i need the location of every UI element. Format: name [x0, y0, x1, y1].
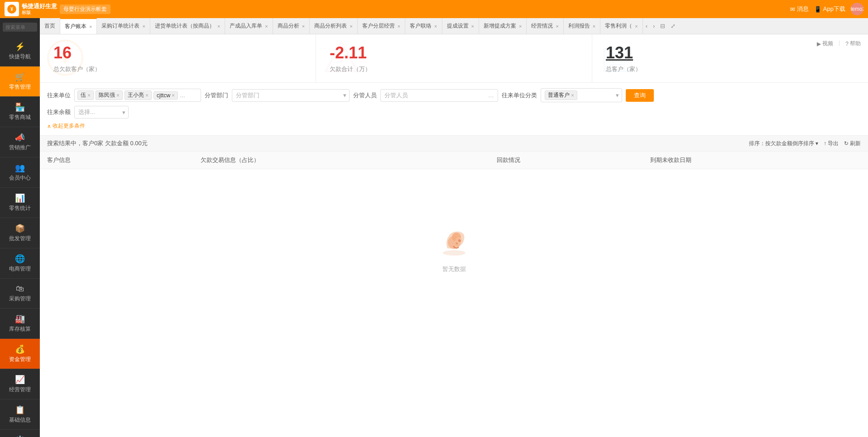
ecomm-icon: 🌐 [0, 254, 40, 264]
close-tab-profit-report[interactable]: × [593, 24, 595, 29]
sidebar-item-marketing[interactable]: 📣 营销推广 [0, 127, 40, 157]
table-header-row: 客户信息 欠款交易信息（占比） 回款情况 到期未收款日期 [40, 152, 868, 169]
search-input[interactable] [3, 23, 37, 32]
message-icon: ✉ [790, 6, 795, 13]
category-tag-normal[interactable]: 普通客户 × [545, 90, 577, 100]
app-download-btn[interactable]: 📱 App下载 [814, 5, 845, 13]
sidebar-item-retail-mgmt[interactable]: 🛒 零售管理 [0, 66, 40, 97]
tab-new-commission[interactable]: 新增提成方案 × [479, 18, 527, 34]
svg-text:¥: ¥ [10, 7, 13, 12]
tag-wu[interactable]: 伍 × [77, 90, 94, 100]
category-arrow-icon: ▾ [616, 92, 619, 99]
close-tab-customer-contact[interactable]: × [434, 24, 437, 29]
close-tab-goods-analysis-list[interactable]: × [350, 24, 352, 29]
close-tab-purchase-order[interactable]: × [142, 24, 145, 29]
help-icon: ? [845, 41, 849, 47]
unit-tag-input[interactable]: 伍 × 陈民强 × 王小亮 × [74, 89, 201, 102]
sidebar-item-retail-mall[interactable]: 🏪 零售商城 [0, 97, 40, 127]
sort-select[interactable]: 排序：按欠款金额倒序排序 ▾ [749, 140, 818, 147]
sidebar-item-ecomm[interactable]: 🌐 电商管理 [0, 248, 40, 279]
svg-point-14 [458, 239, 461, 242]
tab-goods-analysis[interactable]: 商品分析 × [273, 18, 310, 34]
stat-card-total-debt: ✦ -2.11 欠款合计（万） [316, 34, 592, 82]
close-tab-stock-stats[interactable]: × [217, 24, 220, 29]
tag-wang[interactable]: 王小亮 × [125, 90, 152, 100]
tab-purchase-order[interactable]: 采购订单统计表 × [97, 18, 150, 34]
tab-nav-more[interactable]: ⊟ [657, 23, 668, 29]
sidebar-item-retail-stats[interactable]: 📊 零售统计 [0, 188, 40, 218]
tag-cjttcw[interactable]: cjttcw × [153, 91, 178, 100]
close-tab-new-commission[interactable]: × [519, 24, 522, 29]
video-btn[interactable]: ▶ 视频 [817, 40, 833, 48]
collapse-btn[interactable]: ∧ 收起更多条件 [47, 122, 861, 130]
tab-nav-left[interactable]: ‹ [643, 23, 650, 29]
tab-customer-ledger[interactable]: 客户账本 × [60, 18, 97, 34]
remove-category-tag[interactable]: × [571, 92, 574, 99]
video-help-area: ▶ 视频 | ? 帮助 [817, 40, 861, 48]
logo-area: ¥ 畅捷通好生意 标版 [5, 2, 57, 16]
tab-retail-profit[interactable]: 零售利润（ × [600, 18, 643, 34]
message-btn[interactable]: ✉ 消息 [790, 5, 809, 13]
sidebar-item-sys[interactable]: ⚙️ 系统管理 [0, 430, 40, 437]
tab-nav-expand[interactable]: ⤢ [668, 23, 678, 29]
remove-tag-cjttcw[interactable]: × [172, 92, 175, 99]
unit-label: 往来单位 [47, 91, 71, 100]
tab-biz-situation[interactable]: 经营情况 × [527, 18, 563, 34]
sidebar-item-quick-nav[interactable]: ⚡ 快捷导航 [0, 36, 40, 66]
filter-row-1: 往来单位 伍 × 陈民强 × 王小亮 [47, 88, 861, 102]
remove-tag-wu[interactable]: × [87, 92, 91, 99]
category-label: 往来单位分类 [502, 91, 537, 100]
sort-arrow-icon: ▾ [815, 140, 818, 147]
help-btn[interactable]: ? 帮助 [845, 40, 861, 48]
quick-nav-icon: ⚡ [0, 42, 40, 52]
svg-rect-7 [609, 53, 615, 62]
empty-illustration [436, 223, 472, 260]
tab-inbound[interactable]: 产成品入库单 × [225, 18, 273, 34]
tab-home[interactable]: 首页 [40, 18, 60, 34]
close-tab-customer-tier[interactable]: × [398, 24, 400, 29]
top-right-area: ✉ 消息 📱 App下载 demo2 [790, 3, 863, 15]
marketing-icon: 📣 [0, 133, 40, 142]
sidebar-item-purchase[interactable]: 🛍 采购管理 [0, 279, 40, 309]
remove-tag-wang[interactable]: × [145, 92, 149, 99]
tab-profit-report[interactable]: 利润报告 × [564, 18, 600, 34]
dept-select[interactable]: 分管部门 ▾ [232, 89, 350, 102]
tag-chen[interactable]: 陈民强 × [96, 90, 123, 100]
sidebar-item-finance[interactable]: 💰 资金管理 [0, 339, 40, 369]
tab-stock-stats[interactable]: 进货单统计表（按商品） × [150, 18, 225, 34]
account-dropdown[interactable]: 母婴行业演示帐套 [60, 5, 110, 14]
sidebar-item-basic[interactable]: 📋 基础信息 [0, 399, 40, 430]
tab-customer-tier[interactable]: 客户分层经营 × [358, 18, 405, 34]
refresh-btn[interactable]: ↻ 刷新 [844, 140, 861, 147]
more-tags-btn[interactable]: … [180, 92, 185, 99]
export-btn[interactable]: ↑ 导出 [824, 140, 839, 147]
col-debt-info: 欠款交易信息（占比） [193, 152, 489, 169]
close-tab-customer-ledger[interactable]: × [89, 24, 92, 29]
sidebar-item-inventory[interactable]: 🏭 库存核算 [0, 309, 40, 339]
empty-state: 暂无数据 [40, 196, 868, 300]
close-tab-goods-analysis[interactable]: × [302, 24, 305, 29]
category-select[interactable]: 普通客户 × ▾ [541, 88, 622, 102]
tab-nav-right[interactable]: › [650, 23, 657, 29]
basic-icon: 📋 [0, 405, 40, 415]
person-input[interactable]: 分管人员 … [380, 89, 498, 102]
close-tab-inbound[interactable]: × [265, 24, 268, 29]
close-tab-commission-setting[interactable]: × [471, 24, 474, 29]
member-icon: 👥 [0, 163, 40, 173]
tab-commission-setting[interactable]: 提成设置 × [442, 18, 479, 34]
tab-bar: 首页 客户账本 × 采购订单统计表 × 进货单统计表（按商品） × 产成品入库单… [40, 18, 868, 34]
retail-stats-icon: 📊 [0, 193, 40, 203]
avatar[interactable]: demo2 [851, 3, 863, 15]
remove-tag-chen[interactable]: × [116, 92, 120, 99]
tab-goods-analysis-list[interactable]: 商品分析列表 × [310, 18, 357, 34]
purchase-icon: 🛍 [0, 284, 40, 294]
sidebar-item-ops[interactable]: 📈 经营管理 [0, 369, 40, 399]
close-tab-biz-situation[interactable]: × [556, 24, 558, 29]
tab-customer-contact[interactable]: 客户联络 × [405, 18, 442, 34]
close-tab-retail-profit[interactable]: × [635, 24, 638, 29]
sidebar-item-batch-mgmt[interactable]: 📦 批发管理 [0, 218, 40, 248]
remainder-select[interactable]: 选择... ▾ [74, 106, 129, 119]
sidebar-search-area[interactable] [0, 18, 40, 36]
sidebar-item-member[interactable]: 👥 会员中心 [0, 157, 40, 188]
query-btn[interactable]: 查询 [626, 89, 654, 102]
